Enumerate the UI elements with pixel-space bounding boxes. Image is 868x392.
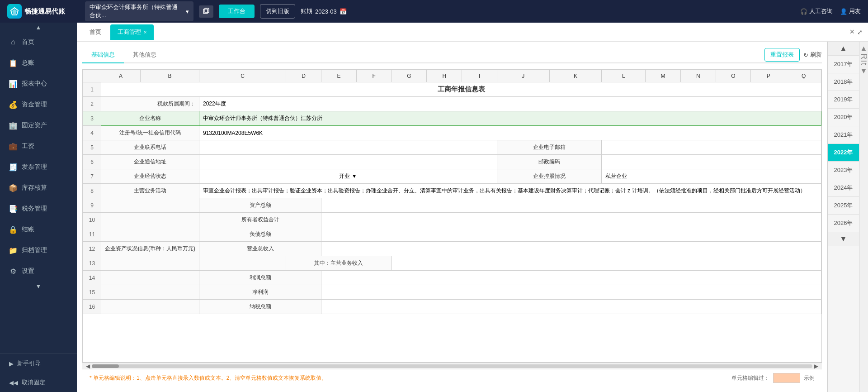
close-window-button[interactable]: ×: [849, 27, 854, 37]
table-container[interactable]: A B C D E F G H I J K L: [82, 69, 822, 363]
cell-7-holding[interactable]: 私营企业: [602, 169, 821, 184]
table-title-cell[interactable]: 工商年报信息表: [101, 82, 821, 97]
cell-12-value[interactable]: [321, 242, 821, 256]
refresh-button[interactable]: ↻ 刷新: [803, 51, 822, 59]
workbench-button[interactable]: 工作台: [219, 5, 255, 18]
maximize-window-button[interactable]: ⤢: [857, 27, 863, 37]
sidebar-label-tax: 税务管理: [22, 205, 47, 213]
home-icon: ⌂: [9, 38, 17, 46]
tax-icon: 📑: [9, 205, 17, 213]
reset-report-button[interactable]: 重置报表: [764, 48, 800, 62]
cell-16-value[interactable]: [321, 300, 821, 314]
cell-10-value[interactable]: [321, 213, 821, 227]
col-corner: [83, 70, 101, 82]
sidebar-item-archive[interactable]: 📁 归档管理: [0, 240, 77, 261]
collapse-up-icon[interactable]: ▲: [859, 43, 868, 53]
col-header-G: G: [392, 70, 427, 82]
period-area: 账期 2023-03 📅: [301, 7, 347, 15]
user-button[interactable]: 👤 用友: [840, 7, 861, 15]
row-num-1: 1: [83, 82, 101, 97]
cell-5-email[interactable]: [602, 140, 821, 155]
year-2017[interactable]: 2017年: [828, 56, 859, 73]
cell-6-label: 企业通信地址: [101, 155, 199, 169]
tab-home[interactable]: 首页: [82, 24, 108, 40]
sidebar-item-tax[interactable]: 📑 税务管理: [0, 198, 77, 219]
tabs-bar: 首页 工商管理 × × ⤢: [77, 23, 868, 42]
sidebar-item-assets[interactable]: 🏢 固定资产: [0, 115, 77, 136]
copy-btn[interactable]: [199, 5, 213, 18]
sidebar-item-settings[interactable]: ⚙ 设置: [0, 261, 77, 282]
sub-tabs-left: 基础信息 其他信息: [82, 47, 165, 62]
sidebar-item-pin[interactable]: ◀◀ 取消固定: [0, 373, 77, 392]
row-num-16: 16: [83, 300, 101, 314]
year-2019[interactable]: 2019年: [828, 91, 859, 109]
cell-14-value[interactable]: [321, 271, 821, 285]
h-scrollbar-thumb[interactable]: [92, 364, 119, 368]
table-row: 4 注册号/统一社会信用代码 91320100MA208E5W6K: [83, 126, 821, 140]
cell-13-value[interactable]: [392, 256, 821, 271]
year-2024[interactable]: 2024年: [828, 179, 859, 197]
sidebar-item-invoice[interactable]: 🧾 发票管理: [0, 157, 77, 177]
sidebar-label-finance: 资金管理: [22, 100, 47, 109]
cell-3-value[interactable]: 中审众环会计师事务所（特殊普通合伙）江苏分所: [199, 111, 821, 126]
table-row: 7 企业经营状态 开业 ▼ 企业控股情况 私营企业: [83, 169, 821, 184]
table-row: 16 纳税总额: [83, 300, 821, 314]
sidebar-label-settings: 设置: [22, 267, 34, 275]
tab-close-icon[interactable]: ×: [144, 29, 146, 35]
year-2025[interactable]: 2025年: [828, 197, 859, 215]
tab-basic-info[interactable]: 基础信息: [82, 47, 124, 63]
sidebar-scroll-up[interactable]: ▲: [0, 23, 77, 32]
service-button[interactable]: 🎧 人工咨询: [800, 7, 833, 15]
tab-business[interactable]: 工商管理 ×: [110, 24, 154, 40]
table-row: 1 工商年报信息表: [83, 82, 821, 97]
cell-6-zip[interactable]: [602, 155, 821, 169]
cell-5-phone[interactable]: [199, 140, 497, 155]
tab-business-label: 工商管理: [118, 28, 141, 36]
h-scroll-right-icon[interactable]: ▶: [812, 363, 820, 369]
sidebar-item-report[interactable]: 📊 报表中心: [0, 73, 77, 94]
cell-15-value[interactable]: [321, 285, 821, 300]
year-2021[interactable]: 2021年: [828, 126, 859, 144]
row-num-11: 11: [83, 227, 101, 242]
cell-8-value[interactable]: 审查企业会计报表；出具审计报告；验证企业资本；出具验资报告；办理企业合开、分立、…: [199, 184, 821, 198]
cell-9-value[interactable]: [321, 198, 821, 213]
col-header-D: D: [286, 70, 321, 82]
row-num-12: 12: [83, 242, 101, 256]
cell-14-group: [101, 271, 199, 285]
sidebar-item-ledger[interactable]: 📋 总账: [0, 53, 77, 73]
cell-6-address[interactable]: [199, 155, 497, 169]
year-2018[interactable]: 2018年: [828, 73, 859, 91]
logo-area: 畅捷通易代账: [7, 4, 80, 19]
year-2023[interactable]: 2023年: [828, 162, 859, 179]
sidebar-item-finance[interactable]: 💰 资金管理: [0, 94, 77, 115]
sidebar-item-new-guide[interactable]: ▶ 新手引导: [0, 354, 77, 373]
tab-other-info[interactable]: 其他信息: [124, 47, 165, 63]
year-2020[interactable]: 2020年: [828, 109, 859, 126]
year-nav-down[interactable]: ▼: [828, 232, 859, 246]
cell-2-value[interactable]: 2022年度: [199, 97, 821, 111]
sidebar-item-home[interactable]: ⌂ 首页: [0, 32, 77, 53]
old-version-button[interactable]: 切到旧版: [260, 4, 295, 19]
pin-icon: ◀◀: [9, 379, 18, 386]
h-scroll-left-icon[interactable]: ◀: [84, 363, 92, 369]
close-acct-icon: 🔒: [9, 225, 17, 234]
sidebar-item-wages[interactable]: 💼 工资: [0, 136, 77, 157]
cell-7-status[interactable]: 开业 ▼: [199, 169, 497, 184]
right-collapse-panel[interactable]: ▲ Rit ▼: [859, 42, 868, 392]
sidebar-item-close[interactable]: 🔒 结账: [0, 219, 77, 240]
h-scrollbar[interactable]: ◀ ▶: [82, 363, 822, 369]
cell-11-value[interactable]: [321, 227, 821, 242]
sidebar-item-inventory[interactable]: 📦 库存核算: [0, 177, 77, 198]
col-header-J: J: [497, 70, 549, 82]
company-select[interactable]: 中审众环会计师事务所（特殊普通合伙... ▾: [85, 1, 193, 21]
cell-4-value[interactable]: 91320100MA208E5W6K: [199, 126, 821, 140]
row-num-5: 5: [83, 140, 101, 155]
year-2022[interactable]: 2022年: [828, 144, 859, 162]
year-2026[interactable]: 2026年: [828, 215, 859, 232]
collapse-down-icon[interactable]: ▼: [859, 66, 868, 76]
sidebar-scroll-down[interactable]: ▼: [0, 282, 77, 291]
col-header-I: I: [462, 70, 497, 82]
sidebar-label-close: 结账: [22, 225, 34, 234]
calendar-icon[interactable]: 📅: [340, 8, 347, 15]
year-nav-up[interactable]: ▲: [828, 42, 859, 56]
